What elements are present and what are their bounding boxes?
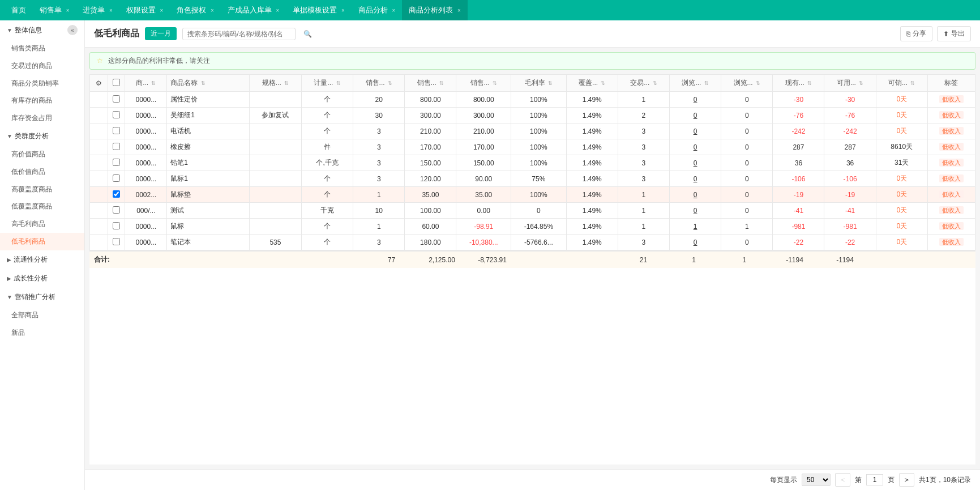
col-available[interactable]: 可用... ⇅	[824, 75, 876, 92]
row-browse1-3[interactable]: 0	[670, 139, 721, 155]
nav-close-role[interactable]: ×	[211, 7, 214, 14]
sidebar-item-high-margin[interactable]: 高毛利商品	[0, 215, 84, 233]
row-gear-0[interactable]	[90, 92, 108, 108]
row-checkbox-2[interactable]	[108, 123, 125, 139]
sidebar-group-cluster[interactable]: ▼ 类群度分析	[0, 127, 84, 146]
col-spec[interactable]: 规格... ⇅	[249, 75, 301, 92]
row-gear-9[interactable]	[90, 235, 108, 250]
row-checkbox-7[interactable]	[108, 203, 125, 219]
col-sale-qty[interactable]: 销售... ⇅	[353, 75, 405, 92]
nav-permission[interactable]: 权限设置 ×	[119, 0, 170, 20]
col-browse1[interactable]: 浏览... ⇅	[670, 75, 721, 92]
row-checkbox-6[interactable]	[108, 187, 125, 203]
row-select-6[interactable]	[113, 190, 120, 198]
row-browse1-4[interactable]: 0	[670, 155, 721, 171]
row-select-0[interactable]	[113, 95, 120, 103]
col-gross-margin[interactable]: 毛利率 ⇅	[511, 75, 567, 92]
sidebar-item-new-goods[interactable]: 新品	[0, 324, 84, 342]
row-checkbox-4[interactable]	[108, 155, 125, 171]
nav-purchase[interactable]: 进货单 ×	[76, 0, 119, 20]
sidebar-item-sales-goods[interactable]: 销售类商品	[0, 40, 84, 57]
row-browse1-8[interactable]: 1	[670, 219, 721, 235]
nav-close-template[interactable]: ×	[341, 7, 345, 14]
sidebar-item-goods-sales-rate[interactable]: 商品分类助销率	[0, 75, 84, 92]
nav-sales[interactable]: 销售单 ×	[33, 0, 76, 20]
row-select-7[interactable]	[113, 206, 120, 214]
next-page-button[interactable]: ＞	[899, 473, 914, 487]
row-gear-8[interactable]	[90, 219, 108, 235]
search-icon[interactable]: 🔍	[303, 30, 312, 38]
row-gear-3[interactable]	[90, 139, 108, 155]
row-checkbox-5[interactable]	[108, 171, 125, 187]
row-browse1-9[interactable]: 0	[670, 235, 721, 250]
row-select-1[interactable]	[113, 111, 120, 118]
row-gear-1[interactable]	[90, 108, 108, 123]
row-gear-5[interactable]	[90, 171, 108, 187]
nav-goods-analysis[interactable]: 商品分析 ×	[352, 0, 402, 20]
col-sale-profit[interactable]: 销售... ⇅	[456, 75, 511, 92]
row-select-3[interactable]	[113, 143, 120, 150]
sidebar-group-circulation[interactable]: ▶ 流通性分析	[0, 250, 84, 269]
sidebar-item-stocked-goods[interactable]: 有库存的商品	[0, 92, 84, 109]
nav-role[interactable]: 角色授权 ×	[170, 0, 220, 20]
col-tag[interactable]: 标签	[927, 75, 975, 92]
col-current[interactable]: 现有... ⇅	[773, 75, 824, 92]
nav-home[interactable]: 首页	[5, 0, 33, 20]
row-browse1-5[interactable]: 0	[670, 171, 721, 187]
nav-close-product-in[interactable]: ×	[276, 7, 280, 14]
row-browse1-7[interactable]: 0	[670, 203, 721, 219]
nav-template[interactable]: 单据模板设置 ×	[286, 0, 351, 20]
col-tx-count[interactable]: 交易... ⇅	[618, 75, 669, 92]
page-number-input[interactable]	[866, 474, 883, 485]
row-select-4[interactable]	[113, 159, 120, 166]
sidebar-item-traded-goods[interactable]: 交易过的商品	[0, 57, 84, 75]
row-checkbox-9[interactable]	[108, 235, 125, 250]
row-checkbox-8[interactable]	[108, 219, 125, 235]
col-unit[interactable]: 计量... ⇅	[302, 75, 353, 92]
sidebar-item-all-goods[interactable]: 全部商品	[0, 306, 84, 324]
nav-close-permission[interactable]: ×	[160, 7, 164, 14]
row-select-2[interactable]	[113, 127, 120, 134]
col-browse2[interactable]: 浏览... ⇅	[721, 75, 773, 92]
row-checkbox-1[interactable]	[108, 108, 125, 123]
row-browse1-6[interactable]: 0	[670, 187, 721, 203]
row-select-9[interactable]	[113, 238, 120, 245]
nav-close-goods[interactable]: ×	[392, 7, 395, 14]
nav-goods-analysis-list[interactable]: 商品分析列表 ×	[402, 0, 467, 20]
sidebar-item-low-coverage[interactable]: 低覆盖度商品	[0, 198, 84, 215]
col-name[interactable]: 商品名称 ⇅	[167, 75, 250, 92]
sidebar-collapse-btn[interactable]: «	[67, 25, 78, 35]
date-filter-button[interactable]: 近一月	[145, 27, 177, 40]
row-gear-7[interactable]	[90, 203, 108, 219]
col-sale-amt[interactable]: 销售... ⇅	[405, 75, 456, 92]
sidebar-item-high-value[interactable]: 高价值商品	[0, 146, 84, 163]
row-gear-2[interactable]	[90, 123, 108, 139]
share-button[interactable]: ⎘ 分享	[900, 26, 932, 41]
sidebar-group-overall[interactable]: ▼ 整体信息 «	[0, 20, 84, 40]
sidebar-item-inventory-capital[interactable]: 库存资金占用	[0, 109, 84, 127]
prev-page-button[interactable]: ＜	[835, 473, 850, 487]
col-saleable[interactable]: 可销... ⇅	[876, 75, 927, 92]
row-checkbox-0[interactable]	[108, 92, 125, 108]
page-size-select[interactable]: 50 100 200	[802, 474, 831, 486]
nav-product-in[interactable]: 产成品入库单 ×	[221, 0, 286, 20]
col-checkbox[interactable]	[108, 75, 125, 92]
nav-close-purchase[interactable]: ×	[109, 7, 113, 14]
row-browse1-0[interactable]: 0	[670, 92, 721, 108]
select-all-checkbox[interactable]	[113, 79, 120, 86]
nav-close-sales[interactable]: ×	[66, 7, 70, 14]
col-code[interactable]: 商... ⇅	[125, 75, 167, 92]
row-gear-4[interactable]	[90, 155, 108, 171]
col-coverage[interactable]: 覆盖... ⇅	[566, 75, 618, 92]
sidebar-group-marketing[interactable]: ▼ 营销推广分析	[0, 288, 84, 306]
row-browse1-1[interactable]: 0	[670, 108, 721, 123]
col-gear[interactable]: ⚙	[90, 75, 108, 92]
sidebar-item-low-margin[interactable]: 低毛利商品	[0, 233, 84, 250]
row-select-5[interactable]	[113, 174, 120, 182]
sidebar-item-high-coverage[interactable]: 高覆盖度商品	[0, 181, 84, 198]
row-checkbox-3[interactable]	[108, 139, 125, 155]
sidebar-item-low-value[interactable]: 低价值商品	[0, 163, 84, 181]
export-button[interactable]: ⬆ 导出	[937, 26, 971, 41]
search-input[interactable]	[182, 28, 296, 40]
row-gear-6[interactable]	[90, 187, 108, 203]
